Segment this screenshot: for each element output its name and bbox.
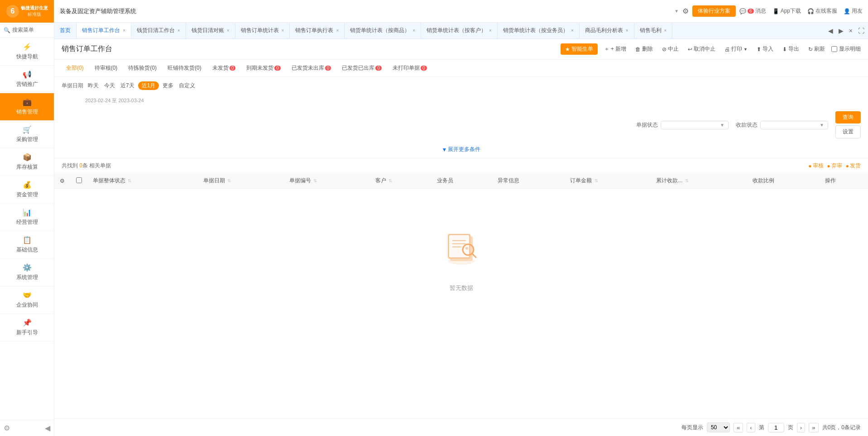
user-avatar-btn[interactable]: 👤 用友 <box>844 7 863 15</box>
sidebar-item-quick-nav[interactable]: ⚡ 快捷导航 <box>0 38 54 66</box>
filter-tab-expired[interactable]: 到期未发货0 <box>242 62 285 74</box>
page-last-btn[interactable]: » <box>809 423 818 432</box>
gear-btn[interactable]: ⚙ <box>682 7 689 15</box>
th-staff[interactable]: 业务员 <box>432 173 492 189</box>
status-select[interactable]: ▼ <box>661 121 729 129</box>
th-customer[interactable]: 客户 ⇅ <box>370 173 432 189</box>
th-date[interactable]: 单据日期 ⇅ <box>198 173 284 189</box>
industry-btn[interactable]: 体验行业方案 <box>692 5 736 17</box>
tab-scroll-left[interactable]: ◀ <box>826 26 835 35</box>
review-btn[interactable]: ● 审核 <box>808 162 823 170</box>
payment-select[interactable]: ▼ <box>760 121 828 129</box>
tab-sales-staff[interactable]: 销货单统计表（按业务员） × <box>498 23 580 38</box>
filter-tab-shipped-out[interactable]: 已发货已出库0 <box>337 62 386 74</box>
ship-btn[interactable]: ● 发货 <box>846 162 861 170</box>
date-more[interactable]: 更多 <box>161 81 175 90</box>
filter-tab-pending[interactable]: 待审核(0) <box>90 62 122 74</box>
tab-sales-staff-close[interactable]: × <box>571 28 574 33</box>
online-service-btn[interactable]: 🎧 在线客服 <box>807 7 837 15</box>
tab-scroll-right[interactable]: ▶ <box>837 26 845 35</box>
filter-tab-not-shipped[interactable]: 未发货0 <box>208 62 240 74</box>
new-btn[interactable]: ＋ + 新增 <box>601 43 629 55</box>
sidebar-item-guide[interactable]: 📌 新手引导 <box>0 314 54 341</box>
tab-sales-order[interactable]: 销售订单工作台 × <box>77 23 131 39</box>
page-first-btn[interactable]: « <box>734 423 743 432</box>
sidebar-item-inventory[interactable]: 📦 库存核算 <box>0 148 54 176</box>
show-detail-input[interactable] <box>831 46 837 52</box>
tab-sales-product[interactable]: 销货单统计表（按商品） × <box>345 23 421 38</box>
tab-sales-exec[interactable]: 销售订单执行表 × <box>290 23 345 38</box>
smart-create-btn[interactable]: ★ 智能生单 <box>561 43 598 55</box>
th-ratio[interactable]: 收款比例 <box>747 173 820 189</box>
settings-icon: ⚙ <box>60 178 65 184</box>
sidebar-item-system[interactable]: ⚙️ 系统管理 <box>0 259 54 286</box>
expand-filter-btn[interactable]: ▼ 展开更多条件 <box>442 146 481 153</box>
set-btn[interactable]: 设置 <box>835 125 861 138</box>
tab-cash-reconcile[interactable]: 钱货日清对账 × <box>186 23 235 38</box>
per-page-select[interactable]: 50 100 200 <box>707 422 730 432</box>
date-today[interactable]: 今天 <box>102 81 117 90</box>
date-yesterday[interactable]: 昨天 <box>86 81 101 90</box>
filter-tab-wangpu[interactable]: 旺铺待发货(0) <box>163 62 206 74</box>
tab-margin-close[interactable]: × <box>626 28 628 33</box>
tab-sales-customer[interactable]: 销货单统计表（按客户） × <box>421 23 498 38</box>
date-custom[interactable]: 自定义 <box>177 81 197 90</box>
tab-cash-daily[interactable]: 钱货日清工作台 × <box>131 23 186 38</box>
th-checkbox[interactable] <box>71 173 87 189</box>
payment-filter-label: 收款状态 <box>736 121 758 129</box>
tab-sales-customer-close[interactable]: × <box>489 28 492 33</box>
query-btn[interactable]: 查询 <box>835 111 861 123</box>
settings-icon[interactable]: ⚙ <box>4 424 10 432</box>
tab-maximize[interactable]: ⛶ <box>856 26 866 35</box>
message-btn[interactable]: 💬 6 消息 <box>739 7 766 15</box>
sidebar-item-purchase[interactable]: 🛒 采购管理 <box>0 121 54 148</box>
date-1month[interactable]: 近1月 <box>138 81 159 90</box>
th-config[interactable]: ⚙ <box>54 173 71 189</box>
tab-cash-reconcile-close[interactable]: × <box>227 28 230 33</box>
refresh-btn[interactable]: ↻ 刷新 <box>806 43 828 55</box>
show-detail-checkbox[interactable]: 显示明细 <box>831 45 861 53</box>
th-amount[interactable]: 订单金额 ⇅ <box>565 173 651 189</box>
sidebar-item-operations[interactable]: 📊 经营管理 <box>0 204 54 231</box>
filter-tab-all[interactable]: 全部(0) <box>62 62 88 74</box>
tab-cash-daily-close[interactable]: × <box>177 28 180 33</box>
tab-close-all[interactable]: × <box>847 26 854 35</box>
tab-sales-stats-close[interactable]: × <box>282 28 284 33</box>
sidebar-item-sales[interactable]: 💼 销售管理 <box>0 93 54 121</box>
sidebar-item-finance[interactable]: 💰 资金管理 <box>0 176 54 204</box>
stop-btn[interactable]: ⊘ 中止 <box>659 43 681 55</box>
th-status[interactable]: 单据整体状态 ⇅ <box>87 173 198 189</box>
sidebar-item-basic-info[interactable]: 📋 基础信息 <box>0 231 54 259</box>
app-download-btn[interactable]: 📱 App下载 <box>772 7 801 15</box>
th-exception[interactable]: 异常信息 <box>492 173 565 189</box>
tab-margin[interactable]: 商品毛利分析表 × <box>580 23 634 38</box>
print-btn[interactable]: 🖨 打印 ▼ <box>722 43 750 55</box>
collapse-icon[interactable]: ◀ <box>45 424 50 432</box>
sidebar-item-enterprise[interactable]: 🤝 企业协同 <box>0 286 54 314</box>
filter-tab-not-printed[interactable]: 未打印单据0 <box>388 62 432 74</box>
import-btn[interactable]: ⬆ 导入 <box>754 43 776 55</box>
tab-sales-stats[interactable]: 销售订单统计表 × <box>235 23 290 38</box>
sidebar-search[interactable]: 🔍 搜索菜单 <box>0 23 54 38</box>
tab-sales-profit[interactable]: 销售毛利 × <box>634 23 673 38</box>
select-all-checkbox[interactable] <box>76 177 82 183</box>
th-number[interactable]: 单据编号 ⇅ <box>284 173 370 189</box>
sidebar-item-marketing[interactable]: 📢 营销推广 <box>0 66 54 93</box>
cancel-stop-btn[interactable]: ↩ 取消中止 <box>685 43 718 55</box>
export-btn[interactable]: ⬇ 导出 <box>780 43 802 55</box>
page-input[interactable] <box>768 423 784 432</box>
filter-tab-shipped-not-out[interactable]: 已发货未出库0 <box>287 62 336 74</box>
dropdown-icon[interactable]: ▼ <box>674 9 679 14</box>
page-prev-btn[interactable]: ‹ <box>747 423 755 432</box>
filter-tab-pending-inspect[interactable]: 待拣验货(0) <box>124 62 161 74</box>
th-collected[interactable]: 累计收款... ⇅ <box>651 173 747 189</box>
tab-sales-product-close[interactable]: × <box>412 28 415 33</box>
delete-btn[interactable]: 🗑 删除 <box>633 43 656 55</box>
revoke-btn[interactable]: ● 弃审 <box>827 162 842 170</box>
date-7days[interactable]: 近7天 <box>119 81 136 90</box>
tab-sales-order-close[interactable]: × <box>123 28 125 33</box>
page-next-btn[interactable]: › <box>797 423 805 432</box>
tab-sales-exec-close[interactable]: × <box>336 28 339 33</box>
tab-home[interactable]: 首页 <box>54 23 77 38</box>
tab-sales-profit-close[interactable]: × <box>664 28 667 33</box>
